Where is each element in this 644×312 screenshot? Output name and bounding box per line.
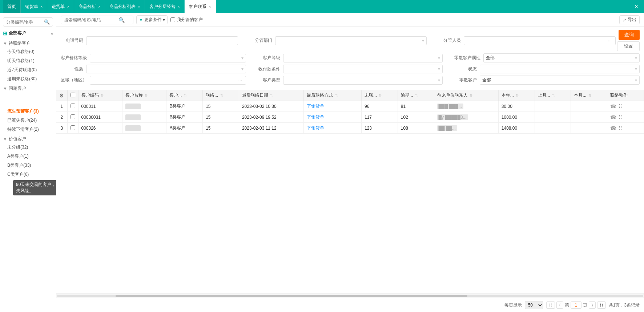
- last-method-link[interactable]: 下销货单: [307, 125, 324, 130]
- gender-select[interactable]: ▾: [86, 65, 246, 73]
- th-company-contact[interactable]: 往来单位联系人 ⇅: [434, 90, 498, 101]
- customer-grade-select[interactable]: ▾: [283, 54, 443, 62]
- window-close-button[interactable]: ×: [631, 3, 641, 11]
- th-last-month[interactable]: 上月... ⇅: [535, 90, 571, 101]
- my-customers-checkbox[interactable]: [170, 17, 175, 22]
- row-checkbox[interactable]: [71, 125, 75, 130]
- th-not-contact[interactable]: 未联... ⇅: [362, 90, 398, 101]
- sidebar-item-type-c[interactable]: C类客户(6): [0, 170, 56, 179]
- price-grade-select[interactable]: ▾: [90, 54, 246, 62]
- dept-select[interactable]: ▾: [275, 36, 427, 45]
- query-button[interactable]: 查询: [619, 30, 640, 40]
- th-last-date[interactable]: 最后联络日期 ⇅: [239, 90, 303, 101]
- th-checkbox[interactable]: [67, 90, 78, 101]
- sidebar-search-input[interactable]: [6, 20, 44, 25]
- page-input[interactable]: [571, 301, 581, 309]
- tab-goods-analysis-list-close[interactable]: ×: [138, 4, 140, 9]
- last-method-link[interactable]: 下销货单: [307, 104, 324, 109]
- more-action-icon[interactable]: ⠿: [619, 125, 622, 131]
- sidebar-item-churned[interactable]: 已流失客户(24): [0, 116, 56, 125]
- sidebar-item-type-b[interactable]: B类客户(33): [0, 161, 56, 170]
- customer-type-select[interactable]: ▾: [283, 76, 443, 85]
- sidebar-item-overdue-contact[interactable]: 逾期未联络(30): [0, 74, 56, 84]
- region-select[interactable]: ···: [90, 76, 246, 85]
- filter-zero-customer: 零散客户 全部 ▾: [454, 76, 640, 85]
- person-dots[interactable]: ···: [607, 38, 613, 43]
- sidebar-item-tomorrow-contact[interactable]: 明天待联络(1): [0, 56, 56, 65]
- sidebar-item-churn-warning[interactable]: 流失预警客户(3): [0, 107, 56, 116]
- status-select[interactable]: ▾: [480, 65, 640, 73]
- th-code[interactable]: 客户编码 ⇅: [78, 90, 122, 101]
- sidebar-all-customers[interactable]: ⊞ 全部客户 «: [0, 28, 56, 39]
- section-problem-customers[interactable]: ▼ 问题客户: [0, 84, 56, 92]
- sidebar-search-box[interactable]: 🔍: [3, 17, 53, 27]
- tab-purchase[interactable]: 进货单 ×: [47, 0, 74, 13]
- cell-this-month: [571, 112, 607, 123]
- tab-customer-segment[interactable]: 客户分层经营 ×: [145, 0, 185, 13]
- th-type[interactable]: 客户... ⇅: [166, 90, 203, 101]
- per-page-select[interactable]: 50 100 200: [525, 301, 543, 309]
- row-checkbox[interactable]: [71, 114, 75, 119]
- sidebar-item-today-contact[interactable]: 今天待联络(0): [0, 47, 56, 56]
- tab-purchase-close[interactable]: ×: [67, 4, 69, 9]
- more-filter-button[interactable]: ▼ 更多条件 ▾: [136, 15, 168, 24]
- th-contact[interactable]: 联络... ⇅: [203, 90, 239, 101]
- gender-down-arrow: ▾: [241, 66, 243, 72]
- th-name[interactable]: 客户名称 ⇅: [122, 90, 166, 101]
- zero-attr-label: 零散客户属性: [454, 55, 483, 61]
- region-dots[interactable]: ···: [237, 78, 243, 83]
- tab-sales[interactable]: 销货单 ×: [21, 0, 47, 13]
- next-page-button[interactable]: ⟩: [589, 301, 596, 309]
- th-last-method[interactable]: 最后联络方式 ⇅: [304, 90, 362, 101]
- tab-goods-analysis-close[interactable]: ×: [98, 4, 100, 9]
- export-button[interactable]: ↗ 导出: [619, 15, 640, 24]
- sidebar-item-declining[interactable]: 持续下滑客户(2): [0, 125, 56, 134]
- last-method-link[interactable]: 下销货单: [307, 114, 324, 119]
- sidebar-item-week-contact[interactable]: 近7天待联络(0): [0, 65, 56, 74]
- search-box[interactable]: 🔍: [61, 16, 133, 24]
- horizontal-scrollbar[interactable]: [56, 293, 644, 298]
- tab-goods-analysis-list[interactable]: 商品分析列表 ×: [105, 0, 145, 13]
- person-select[interactable]: ···: [464, 36, 616, 45]
- th-this-month[interactable]: 本月... ⇅: [571, 90, 607, 101]
- select-all-checkbox[interactable]: [71, 93, 75, 97]
- first-page-button[interactable]: ⟨⟨: [546, 301, 555, 309]
- th-overdue[interactable]: 逾期... ⇅: [398, 90, 434, 101]
- last-page-button[interactable]: ⟩⟩: [597, 301, 606, 309]
- tab-customer-contact[interactable]: 客户联系 ×: [185, 0, 216, 13]
- tab-sales-close[interactable]: ×: [40, 4, 43, 9]
- tab-goods-analysis[interactable]: 商品分析 ×: [74, 0, 105, 13]
- search-input[interactable]: [64, 17, 118, 23]
- th-this-year[interactable]: 本年... ⇅: [498, 90, 535, 101]
- more-action-icon[interactable]: ⠿: [619, 114, 622, 120]
- sidebar-item-type-a[interactable]: A类客户(1): [0, 152, 56, 161]
- my-customers-checkbox-label[interactable]: 我分管的客户: [170, 17, 203, 23]
- more-action-icon[interactable]: ⠿: [619, 104, 622, 109]
- cell-checkbox[interactable]: [67, 112, 78, 123]
- setting-button[interactable]: 设置: [617, 41, 640, 51]
- tab-home[interactable]: 首页: [3, 0, 21, 13]
- sidebar-item-ungrouped[interactable]: 未分组(32): [0, 143, 56, 152]
- prev-page-button[interactable]: ⟨: [556, 301, 563, 309]
- row-checkbox[interactable]: [71, 104, 75, 108]
- cell-checkbox[interactable]: [67, 123, 78, 134]
- zero-customer-select[interactable]: 全部 ▾: [480, 76, 640, 85]
- gear-icon[interactable]: ⚙: [59, 93, 64, 98]
- contact-icon[interactable]: ☎: [610, 125, 616, 131]
- th-settings[interactable]: ⚙: [56, 90, 67, 101]
- cell-checkbox[interactable]: [67, 101, 78, 112]
- scrollbar-thumb[interactable]: [116, 295, 467, 297]
- contact-icon[interactable]: ☎: [610, 114, 616, 120]
- phone-input[interactable]: [86, 36, 238, 45]
- filter-customer-type: 客户类型 ▾: [258, 76, 443, 85]
- payment-select[interactable]: ▾: [283, 65, 443, 73]
- section-pending-contact[interactable]: ▼ 待联络客户: [0, 39, 56, 47]
- tab-customer-segment-close[interactable]: ×: [178, 4, 180, 9]
- section-value-customers[interactable]: ▼ 价值客户: [0, 134, 56, 143]
- tab-customer-contact-close[interactable]: ×: [209, 4, 211, 9]
- contact-icon[interactable]: ☎: [610, 104, 616, 109]
- zero-attr-select[interactable]: 全部 ▾: [483, 53, 640, 62]
- cell-company-contact: █y █████3...: [434, 112, 498, 123]
- search-icon[interactable]: 🔍: [118, 17, 125, 23]
- sidebar-collapse-icon[interactable]: «: [51, 31, 53, 36]
